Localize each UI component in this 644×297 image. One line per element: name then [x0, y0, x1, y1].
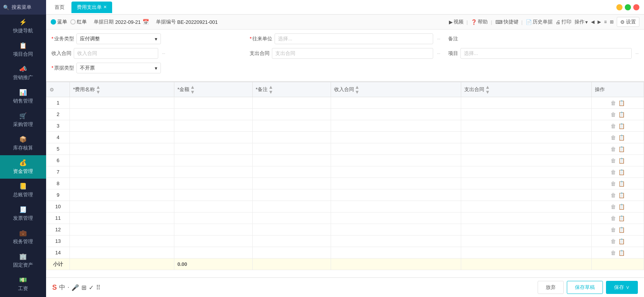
nav-right-button[interactable]: ▶ — [598, 19, 601, 25]
cell-expense-name-14[interactable] — [70, 247, 174, 259]
cell-expense-name-5[interactable] — [70, 143, 174, 155]
cell-expense-contract-9[interactable] — [461, 189, 592, 201]
cell-income-contract-12[interactable] — [331, 224, 461, 236]
cell-income-contract-10[interactable] — [331, 201, 461, 212]
cell-amount-8[interactable] — [174, 178, 252, 189]
cell-note-13[interactable] — [252, 236, 331, 247]
cell-amount-12[interactable] — [174, 224, 252, 236]
window-maximize-button[interactable] — [625, 4, 631, 10]
delete-icon-6[interactable]: 🗑 — [611, 158, 616, 164]
discard-button[interactable]: 放弃 — [538, 281, 564, 294]
sidebar-item-marketing[interactable]: 📣 营销推广 — [0, 61, 46, 85]
delete-icon-2[interactable]: 🗑 — [611, 111, 616, 118]
delete-icon-4[interactable]: 🗑 — [611, 134, 616, 141]
cell-income-contract-4[interactable] — [331, 132, 461, 143]
check-icon[interactable]: ✓ — [89, 284, 94, 291]
income-contract-select[interactable]: 收入合同 — [74, 48, 158, 59]
th-note[interactable]: *备注 ▲▼ — [252, 82, 331, 97]
cell-expense-contract-6[interactable] — [461, 155, 592, 166]
cell-amount-5[interactable] — [174, 143, 252, 155]
cell-expense-name-4[interactable] — [70, 132, 174, 143]
cell-expense-name-1[interactable] — [70, 97, 174, 109]
delete-icon-3[interactable]: 🗑 — [611, 123, 616, 129]
radio-blue-label[interactable]: 蓝单 — [51, 18, 67, 25]
sidebar-item-project-contract[interactable]: 📋 项目合同 — [0, 38, 46, 61]
cell-income-contract-3[interactable] — [331, 120, 461, 132]
copy-icon-12[interactable]: 📋 — [618, 227, 625, 233]
cell-note-11[interactable] — [252, 212, 331, 224]
copy-icon-10[interactable]: 📋 — [618, 204, 625, 210]
cell-amount-11[interactable] — [174, 212, 252, 224]
cell-expense-name-6[interactable] — [70, 155, 174, 166]
th-gear[interactable]: ⚙ — [46, 82, 70, 97]
cell-income-contract-8[interactable] — [331, 178, 461, 189]
cell-income-contract-2[interactable] — [331, 109, 461, 120]
cell-expense-contract-2[interactable] — [461, 109, 592, 120]
table-gear-icon[interactable]: ⚙ — [50, 87, 54, 93]
th-note-sort-icon[interactable]: ▲▼ — [268, 85, 273, 95]
cell-expense-contract-12[interactable] — [461, 224, 592, 236]
copy-icon-13[interactable]: 📋 — [618, 238, 625, 244]
cell-income-contract-5[interactable] — [331, 143, 461, 155]
sidebar-item-purchase-mgmt[interactable]: 🛒 采购管理 — [0, 108, 46, 132]
copy-icon-2[interactable]: 📋 — [618, 111, 625, 118]
video-button[interactable]: ▶ 视频 — [449, 18, 464, 25]
sidebar-item-quick-nav[interactable]: ⚡ 快捷导航 — [0, 15, 46, 38]
cell-expense-contract-7[interactable] — [461, 166, 592, 178]
operations-button[interactable]: 操作 ▾ — [574, 18, 588, 25]
cell-amount-6[interactable] — [174, 155, 252, 166]
counterpart-more-icon[interactable]: ··· — [437, 37, 440, 41]
project-select[interactable]: 选择... — [460, 48, 632, 59]
zhong-icon[interactable]: 中 — [59, 284, 65, 292]
copy-icon-6[interactable]: 📋 — [618, 158, 625, 164]
cell-note-5[interactable] — [252, 143, 331, 155]
cell-expense-name-13[interactable] — [70, 236, 174, 247]
cell-note-14[interactable] — [252, 247, 331, 259]
counterpart-select[interactable]: 选择... — [275, 33, 433, 44]
copy-icon-9[interactable]: 📋 — [618, 192, 625, 198]
save-button[interactable]: 保存 ∨ — [606, 281, 638, 294]
delete-icon-8[interactable]: 🗑 — [611, 181, 616, 187]
cell-amount-9[interactable] — [174, 189, 252, 201]
cell-note-9[interactable] — [252, 189, 331, 201]
history-button[interactable]: 📄 历史单据 — [526, 18, 553, 25]
cell-expense-name-8[interactable] — [70, 178, 174, 189]
cell-income-contract-14[interactable] — [331, 247, 461, 259]
expense-contract-select[interactable]: 支出合同 — [272, 48, 433, 59]
cell-income-contract-7[interactable] — [331, 166, 461, 178]
cell-note-4[interactable] — [252, 132, 331, 143]
cell-expense-contract-3[interactable] — [461, 120, 592, 132]
delete-icon-7[interactable]: 🗑 — [611, 169, 616, 175]
sidebar-item-sales-mgmt[interactable]: 📊 销售管理 — [0, 85, 46, 108]
cell-expense-name-12[interactable] — [70, 224, 174, 236]
cell-note-12[interactable] — [252, 224, 331, 236]
cell-expense-name-2[interactable] — [70, 109, 174, 120]
image-icon[interactable]: ⊞ — [81, 284, 86, 291]
th-income-contract[interactable]: 收入合同 ▲▼ — [331, 82, 461, 97]
settings-button[interactable]: ⚙ 设置 — [617, 17, 639, 27]
sidebar-item-salary[interactable]: 💵 工资 — [0, 272, 46, 296]
mic-icon[interactable]: 🎤 — [71, 284, 79, 291]
cell-note-2[interactable] — [252, 109, 331, 120]
grid-icon[interactable]: ⠿ — [96, 284, 101, 291]
th-expense-name[interactable]: *费用名称 ▲▼ — [70, 82, 174, 97]
cell-amount-3[interactable] — [174, 120, 252, 132]
business-type-select[interactable]: 应付调整 ▾ — [76, 33, 161, 44]
remark-input[interactable] — [460, 35, 639, 43]
cell-note-10[interactable] — [252, 201, 331, 212]
copy-icon-3[interactable]: 📋 — [618, 123, 625, 129]
cell-expense-name-11[interactable] — [70, 212, 174, 224]
tab-home[interactable]: 首页 — [49, 2, 70, 13]
tab-close-icon[interactable]: ✕ — [103, 5, 107, 10]
delete-icon-14[interactable]: 🗑 — [611, 250, 616, 256]
cell-expense-contract-13[interactable] — [461, 236, 592, 247]
invoice-type-select[interactable]: 不开票 ▾ — [76, 63, 161, 73]
sidebar-item-invoice-mgmt[interactable]: 🧾 发票管理 — [0, 202, 46, 226]
cell-amount-10[interactable] — [174, 201, 252, 212]
delete-icon-12[interactable]: 🗑 — [611, 227, 616, 233]
th-amount[interactable]: *金额 ▲▼ — [174, 82, 252, 97]
radio-red-label[interactable]: 红单 — [70, 18, 87, 25]
cell-amount-14[interactable] — [174, 247, 252, 259]
sidebar-item-fixed-assets[interactable]: 🏢 固定资产 — [0, 249, 46, 272]
cell-income-contract-6[interactable] — [331, 155, 461, 166]
